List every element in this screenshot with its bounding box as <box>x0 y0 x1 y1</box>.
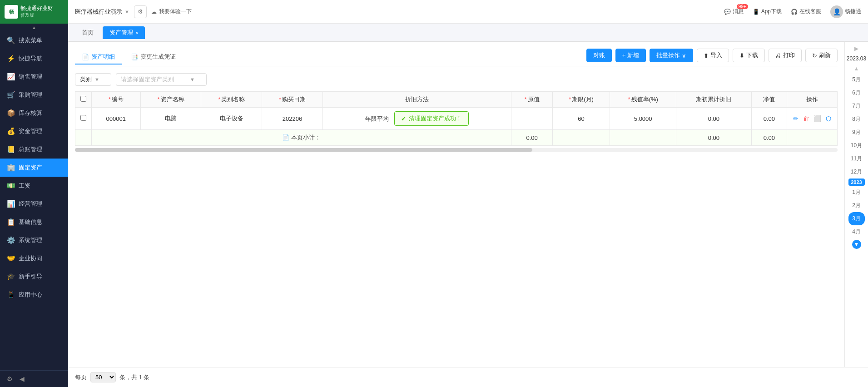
row-name: 电脑 <box>140 108 201 130</box>
row-period: 60 <box>552 108 610 130</box>
sidebar-item-inventory[interactable]: 📦 库存核算 <box>0 104 68 122</box>
right-panel-up-icon[interactable]: ▲ <box>853 64 861 73</box>
topbar: 医疗器械行业演示 ▼ ⚙ ☁ 我要体验一下 💬 消息 99+ 📱 App下载 🎧… <box>68 0 868 24</box>
tab-close-icon[interactable]: × <box>135 30 138 35</box>
settings-icon: ⚙ <box>138 8 143 15</box>
scrollbar-thumb[interactable] <box>75 148 532 152</box>
edit-icon[interactable]: ✏ <box>793 115 799 122</box>
sidebar-item-label: 基础信息 <box>19 218 42 226</box>
subtotal-net-value: 0.00 <box>751 130 787 146</box>
table-row: 000001 电脑 电子设备 202206 年限平均 ✔ 清理固定资产成功！ <box>75 108 838 130</box>
sidebar-item-general-ledger[interactable]: 📒 总账管理 <box>0 140 68 159</box>
sidebar-item-funds[interactable]: 💰 资金管理 <box>0 122 68 140</box>
sidebar-item-salary[interactable]: 💵 工资 <box>0 177 68 195</box>
download-button[interactable]: ⬇ 下载 <box>733 49 765 62</box>
sidebar-item-app-center[interactable]: 📱 应用中心 <box>0 286 68 304</box>
sidebar-item-label: 工资 <box>19 182 30 190</box>
row-checkbox-cell <box>75 108 92 130</box>
sidebar-item-label: 应用中心 <box>19 291 42 299</box>
experience-button[interactable]: ☁ 我要体验一下 <box>151 8 192 15</box>
horizontal-scrollbar[interactable] <box>75 148 838 152</box>
sidebar-item-fixed-assets[interactable]: 🏢 固定资产 <box>0 159 68 177</box>
sidebar-item-basic-info[interactable]: 📋 基础信息 <box>0 213 68 231</box>
subtotal-residual-cell <box>610 130 676 146</box>
voucher-gen-icon: 📑 <box>131 54 138 60</box>
import-button[interactable]: ⬆ 导入 <box>697 49 729 62</box>
sidebar-item-enterprise[interactable]: 🤝 企业协同 <box>0 249 68 268</box>
delete-icon[interactable]: 🗑 <box>803 115 809 122</box>
reconcile-button[interactable]: 对账 <box>586 49 612 62</box>
table-header-row: *编号 *资产名称 *类别名称 *购买日期 折旧方法 *原值 *期限(月) *残… <box>75 92 838 108</box>
right-panel-down-icon[interactable]: ▼ <box>852 240 861 249</box>
sub-tab-asset-detail[interactable]: 📄 资产明细 <box>75 50 122 64</box>
tab-bar: 首页 资产管理 × <box>68 24 868 42</box>
timeline-11-month[interactable]: 11月 <box>845 152 868 165</box>
timeline-7-month[interactable]: 7月 <box>845 99 868 113</box>
sidebar-item-business[interactable]: 📊 经营管理 <box>0 195 68 213</box>
more-icon[interactable]: ⬡ <box>826 115 831 122</box>
print-label: 打印 <box>783 51 795 60</box>
th-code: *编号 <box>92 92 141 108</box>
category-filter-type[interactable]: 类别 ▼ <box>75 73 111 86</box>
timeline-10-month[interactable]: 10月 <box>845 139 868 152</box>
timeline-2-month[interactable]: 2月 <box>845 199 868 212</box>
timeline-8-month[interactable]: 8月 <box>845 113 868 126</box>
timeline-3-month-active[interactable]: 3月 <box>848 212 865 225</box>
row-category: 电子设备 <box>201 108 262 130</box>
timeline-6-month[interactable]: 6月 <box>845 86 868 99</box>
pagination-bar: 每页 50 20 100 条，共 1 条 <box>68 367 868 387</box>
batch-ops-arrow-icon: ∨ <box>682 52 686 59</box>
sidebar-item-search[interactable]: 🔍 搜索菜单 <box>0 31 68 50</box>
settings-bottom-icon[interactable]: ⚙ <box>7 375 13 382</box>
tab-asset-management[interactable]: 资产管理 × <box>103 26 145 39</box>
category-filter-value[interactable]: 请选择固定资产类别 ▼ <box>116 73 207 86</box>
timeline-12-month[interactable]: 12月 <box>845 165 868 179</box>
user-area[interactable]: 👤 畅捷通 <box>830 5 861 18</box>
tab-home[interactable]: 首页 <box>75 26 100 39</box>
row-operations: ✏ 🗑 ⬜ ⬡ <box>787 108 838 130</box>
row-checkbox[interactable] <box>80 115 86 121</box>
subtotal-initial-accumulated: 0.00 <box>676 130 751 146</box>
quick-nav-icon: ⚡ <box>7 55 15 63</box>
refresh-button[interactable]: ↻ 刷新 <box>805 49 838 62</box>
service-icon: 🎧 <box>791 9 798 15</box>
new-button[interactable]: + 新增 <box>615 49 646 62</box>
message-button[interactable]: 💬 消息 99+ <box>724 8 744 15</box>
app-download-button[interactable]: 📱 App下载 <box>753 8 782 15</box>
company-arrow-icon: ▼ <box>124 9 129 15</box>
sub-tab-voucher-gen[interactable]: 📑 变更生成凭证 <box>124 50 183 64</box>
salary-icon: 💵 <box>7 182 15 190</box>
sidebar-item-system[interactable]: ⚙️ 系统管理 <box>0 231 68 249</box>
content-area: 📄 资产明细 📑 变更生成凭证 对账 + 新增 批量操作 ∨ ⬆ <box>68 42 868 367</box>
sidebar-bottom: ⚙ ◀ <box>0 370 68 387</box>
subtotal-icon: 📄 <box>282 134 289 141</box>
settings-button[interactable]: ⚙ <box>134 5 147 18</box>
sidebar-item-sales[interactable]: 📈 销售管理 <box>0 68 68 86</box>
per-page-label: 每页 <box>75 373 87 382</box>
per-page-select[interactable]: 50 20 100 <box>90 372 116 382</box>
company-selector[interactable]: 医疗器械行业演示 ▼ <box>75 8 129 16</box>
sales-icon: 📈 <box>7 73 15 81</box>
th-original-value: *原值 <box>511 92 552 108</box>
sidebar-item-purchase[interactable]: 🛒 采购管理 <box>0 86 68 104</box>
sidebar-scroll-up[interactable]: ▲ <box>0 24 68 31</box>
batch-ops-button[interactable]: 批量操作 ∨ <box>650 49 693 62</box>
right-panel-collapse-icon[interactable]: ▶ <box>853 44 860 53</box>
sidebar-item-guide[interactable]: 🎓 新手引导 <box>0 268 68 286</box>
message-badge: 99+ <box>737 4 748 9</box>
row-original-value <box>511 108 552 130</box>
th-residual-rate: *残值率(%) <box>610 92 676 108</box>
sidebar-nav: 🔍 搜索菜单 ⚡ 快捷导航 📈 销售管理 🛒 采购管理 📦 库存核算 💰 资金管… <box>0 31 68 370</box>
timeline-9-month[interactable]: 9月 <box>845 126 868 139</box>
select-all-checkbox[interactable] <box>80 96 86 102</box>
online-service-button[interactable]: 🎧 在线客服 <box>791 8 821 15</box>
main-area: 医疗器械行业演示 ▼ ⚙ ☁ 我要体验一下 💬 消息 99+ 📱 App下载 🎧… <box>68 0 868 387</box>
sidebar-item-quick-nav[interactable]: ⚡ 快捷导航 <box>0 50 68 68</box>
timeline-1-month[interactable]: 1月 <box>845 186 868 199</box>
collapse-icon[interactable]: ◀ <box>20 375 25 382</box>
copy-icon[interactable]: ⬜ <box>813 115 821 122</box>
timeline-5-month[interactable]: 5月 <box>845 73 868 86</box>
print-button[interactable]: 🖨 打印 <box>769 49 802 62</box>
timeline-4-month[interactable]: 4月 <box>845 225 868 238</box>
total-count: 条，共 1 条 <box>119 373 149 382</box>
